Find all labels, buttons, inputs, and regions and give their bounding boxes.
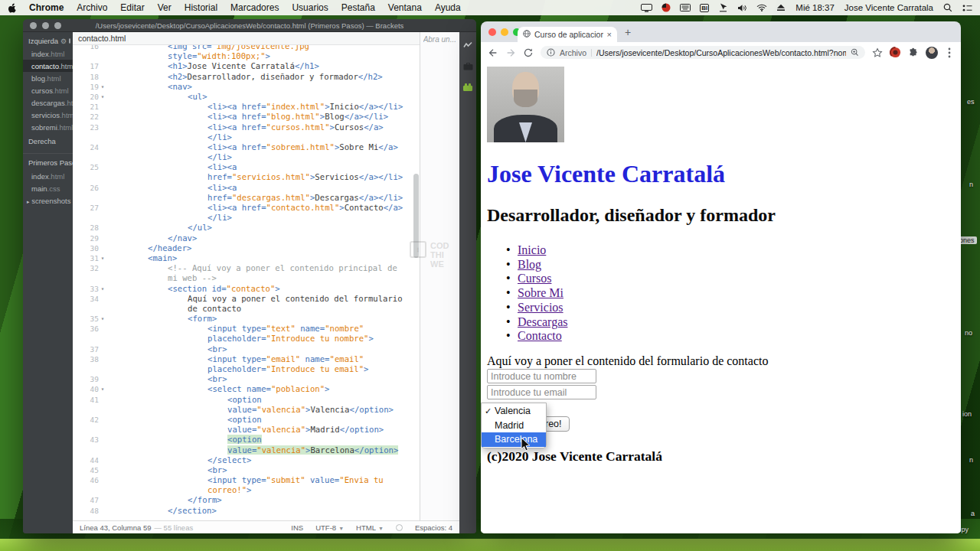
menu-usuarios[interactable]: Usuarios xyxy=(292,2,328,13)
code-line-21[interactable]: 21<li><a href="index.html">Inicio</a></l… xyxy=(73,102,420,112)
desktop-file-label[interactable]: no xyxy=(965,329,972,337)
working-file-cursos-html[interactable]: cursos.html xyxy=(23,84,73,96)
select-option-madrid[interactable]: Madrid xyxy=(482,419,546,433)
code-line-47[interactable]: 47</form> xyxy=(73,495,420,505)
working-file-descargas-html[interactable]: descargas.html xyxy=(23,96,73,109)
tab-close-icon[interactable]: × xyxy=(607,31,612,38)
overwrite-toggle[interactable]: INS xyxy=(291,523,303,532)
code-line-31[interactable]: 31▾<main> xyxy=(73,253,420,263)
spotlight-search-icon[interactable] xyxy=(943,2,952,13)
code-line-23[interactable]: 23<li><a href="cursos.html">Cursos</a> xyxy=(73,122,420,132)
code-line-18[interactable]: 18<h2>Desarrollador, diseñador y formado… xyxy=(73,72,420,82)
live-preview-icon[interactable] xyxy=(463,38,473,52)
code-line-wrap[interactable]: value="valencia">Madrid</option> xyxy=(73,425,420,435)
new-tab-button[interactable]: + xyxy=(625,26,631,38)
extension-adblock-icon[interactable] xyxy=(890,47,901,58)
address-bar[interactable]: Archivo /Users/josevicente/Desktop/Curso… xyxy=(541,46,865,59)
forward-button[interactable] xyxy=(505,47,516,58)
chrome-menu-icon[interactable] xyxy=(945,47,954,58)
menubar-clock[interactable]: Mié 18:37 xyxy=(795,3,835,12)
keyboard-icon[interactable] xyxy=(680,2,691,13)
code-line-40[interactable]: 40▾<select name="poblacion"> xyxy=(73,384,420,394)
desktop-file-label[interactable]: a xyxy=(971,510,975,517)
working-file-contacto-html[interactable]: contacto.html xyxy=(23,60,73,72)
code-line-35[interactable]: 35▾<form> xyxy=(73,314,420,324)
split-view-icon[interactable] xyxy=(69,38,70,44)
code-line-27[interactable]: 27<li><a href="contacto.html">Contacto</… xyxy=(73,203,420,213)
code-line-22[interactable]: 22<li><a href="blog.html">Blog</a></li> xyxy=(73,112,420,122)
empty-editor-pane[interactable]: Abra un... xyxy=(420,32,459,520)
code-line-34[interactable]: 34Aquí voy a poner el contenido del form… xyxy=(73,294,420,304)
code-line-wrap[interactable]: de contacto xyxy=(73,304,420,314)
zoom-page-icon[interactable] xyxy=(851,48,859,57)
nav-link-sobre-mi[interactable]: Sobre Mi xyxy=(518,286,564,299)
profile-avatar[interactable] xyxy=(926,47,938,59)
code-line-wrap[interactable]: value="valencia">Barcelona</option> xyxy=(73,445,420,455)
code-line-17[interactable]: 17<h1>Jose Vicente Carratalá</h1> xyxy=(73,61,420,71)
desktop-file-label[interactable]: ion xyxy=(962,410,972,418)
code-editor[interactable]: 16<img src="img/josevicente.jpgstyle="wi… xyxy=(73,45,420,520)
code-line-24[interactable]: 24<li><a href="sobremi.html">Sobre Mi</a… xyxy=(73,142,420,152)
brackets-titlebar[interactable]: /Users/josevicente/Desktop/CursoAplicaci… xyxy=(23,19,476,32)
code-line-45[interactable]: 45<br> xyxy=(73,465,420,475)
code-line-37[interactable]: 37<br> xyxy=(73,344,420,354)
chrome-tab[interactable]: Curso de aplicaciones Web × xyxy=(518,27,617,42)
project-folder-screenshots[interactable]: ▸ screenshots xyxy=(23,194,73,207)
code-line-25[interactable]: 25<li><a xyxy=(73,162,420,172)
code-line-wrap[interactable]: href="servicios.html">Servicios</a></li> xyxy=(73,172,420,182)
code-line-wrap[interactable]: value="valencia">Valencia</option> xyxy=(73,405,420,415)
desktop-file-label[interactable]: n xyxy=(969,181,973,188)
working-set-gear-icon[interactable]: ⚙ xyxy=(60,37,67,45)
code-line-39[interactable]: 39<br> xyxy=(73,374,420,384)
project-file-index-html[interactable]: index.html xyxy=(23,170,73,182)
eject-icon[interactable] xyxy=(776,2,786,13)
code-line-29[interactable]: 29</nav> xyxy=(73,233,420,243)
email-input[interactable] xyxy=(487,385,596,399)
bookmark-star-icon[interactable] xyxy=(872,47,883,58)
menu-editar[interactable]: Editar xyxy=(120,2,144,13)
name-input[interactable] xyxy=(487,369,596,383)
menu-pestana[interactable]: Pestaña xyxy=(341,2,375,13)
code-line-48[interactable]: 48</section> xyxy=(73,506,420,516)
code-line-44[interactable]: 44</select> xyxy=(73,455,420,465)
back-button[interactable] xyxy=(488,47,498,58)
code-line-16[interactable]: 16<img src="img/josevicente.jpg xyxy=(73,45,420,51)
menu-marcadores[interactable]: Marcadores xyxy=(230,2,279,13)
nav-link-blog[interactable]: Blog xyxy=(518,258,541,271)
nav-link-contacto[interactable]: Contacto xyxy=(518,329,562,342)
volume-icon[interactable] xyxy=(737,2,747,13)
code-line-wrap[interactable]: </li> xyxy=(73,132,420,142)
reload-button[interactable] xyxy=(523,47,534,58)
page-info-icon[interactable] xyxy=(547,48,555,57)
working-file-sobremi-html[interactable]: sobremi.html xyxy=(23,121,73,133)
select-option-barcelona[interactable]: Barcelona xyxy=(482,432,546,447)
code-line-wrap[interactable]: </li> xyxy=(73,213,420,223)
indent-setting[interactable]: Espacios: 4 xyxy=(415,523,452,532)
extension-manager-icon[interactable] xyxy=(462,81,473,95)
menu-ayuda[interactable]: Ayuda xyxy=(435,2,461,13)
editor-tab-contacto[interactable]: contacto.html xyxy=(73,32,420,45)
nav-link-servicios[interactable]: Servicios xyxy=(518,301,564,314)
menubar-username[interactable]: Jose Vicente Carratala xyxy=(844,3,933,12)
menu-chrome[interactable]: Chrome xyxy=(29,2,64,13)
code-line-wrap[interactable]: </li> xyxy=(73,152,420,162)
apple-logo-icon[interactable] xyxy=(8,2,16,13)
lint-status-icon[interactable] xyxy=(396,524,403,531)
project-file-main-css[interactable]: main.css xyxy=(23,182,73,194)
chrome-window-controls[interactable] xyxy=(488,28,521,36)
code-line-wrap[interactable]: style="width:100px;"> xyxy=(73,51,420,61)
desktop-file-label[interactable]: n xyxy=(969,456,973,464)
code-line-36[interactable]: 36<input type="text" name="nombre" xyxy=(73,324,420,334)
code-line-wrap[interactable]: mi web --> xyxy=(73,273,420,283)
code-line-26[interactable]: 26<li><a xyxy=(73,183,420,193)
code-line-wrap[interactable]: placeholder="Introduce tu nombre"> xyxy=(73,334,420,344)
code-line-wrap[interactable]: placeholder="Introduce tu email"> xyxy=(73,364,420,374)
menu-historial[interactable]: Historial xyxy=(185,2,217,13)
select-option-valencia[interactable]: ✓Valencia xyxy=(482,404,546,419)
nav-link-cursos[interactable]: Cursos xyxy=(518,272,551,285)
desktop-file-label[interactable]: es xyxy=(967,98,975,106)
menu-ventana[interactable]: Ventana xyxy=(388,2,422,13)
code-line-38[interactable]: 38<input type="email" name="email" xyxy=(73,354,420,364)
bi-icon[interactable]: BI xyxy=(700,2,709,13)
nav-link-descargas[interactable]: Descargas xyxy=(518,315,567,328)
